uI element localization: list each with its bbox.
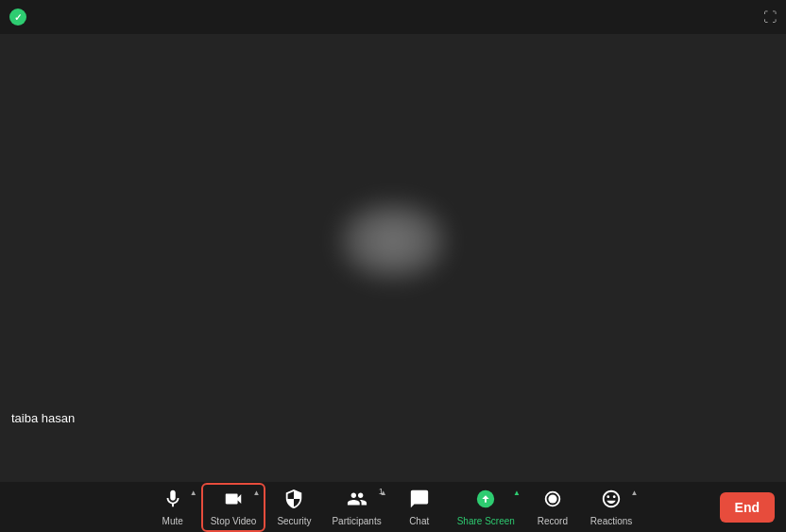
microphone-icon <box>162 489 183 514</box>
svg-point-2 <box>548 494 556 503</box>
stop-video-button[interactable]: ▲ Stop Video <box>201 483 266 532</box>
share-screen-icon <box>475 489 496 514</box>
record-label: Record <box>538 516 568 526</box>
record-icon <box>542 489 563 514</box>
emoji-icon <box>601 489 622 514</box>
mute-label: Mute <box>162 516 183 526</box>
end-button[interactable]: End <box>720 492 775 523</box>
status-indicator <box>9 9 26 26</box>
toolbar: ▲ Mute ▲ Stop Video Security ▲ <box>0 482 786 532</box>
participants-button[interactable]: ▲ Participants 1 <box>322 485 390 530</box>
expand-icon[interactable]: ⛶ <box>763 9 777 25</box>
chat-button[interactable]: Chat <box>391 485 448 530</box>
participants-badge: 1 <box>379 487 384 496</box>
stop-video-label: Stop Video <box>211 516 257 526</box>
camera-preview <box>341 203 445 279</box>
participant-name: taiba hasan <box>11 411 75 425</box>
chat-icon <box>409 489 430 514</box>
shield-icon <box>283 489 304 514</box>
security-button[interactable]: Security <box>265 485 322 530</box>
stop-video-chevron[interactable]: ▲ <box>253 489 261 497</box>
top-bar: ⛶ <box>0 0 786 34</box>
chat-label: Chat <box>409 516 429 526</box>
security-label: Security <box>277 516 311 526</box>
mute-chevron[interactable]: ▲ <box>190 489 197 497</box>
reactions-button[interactable]: ▲ Reactions <box>581 485 641 530</box>
people-icon <box>347 489 367 514</box>
share-screen-button[interactable]: ▲ Share Screen <box>448 485 524 530</box>
video-area: ⛶ taiba hasan <box>0 0 786 482</box>
reactions-chevron[interactable]: ▲ <box>630 489 638 497</box>
mute-button[interactable]: ▲ Mute <box>145 485 201 530</box>
share-screen-label: Share Screen <box>457 516 515 526</box>
video-camera-icon <box>223 489 244 514</box>
record-button[interactable]: Record <box>524 485 581 530</box>
participants-label: Participants <box>332 516 381 526</box>
share-screen-chevron[interactable]: ▲ <box>513 489 521 497</box>
reactions-label: Reactions <box>590 516 632 526</box>
